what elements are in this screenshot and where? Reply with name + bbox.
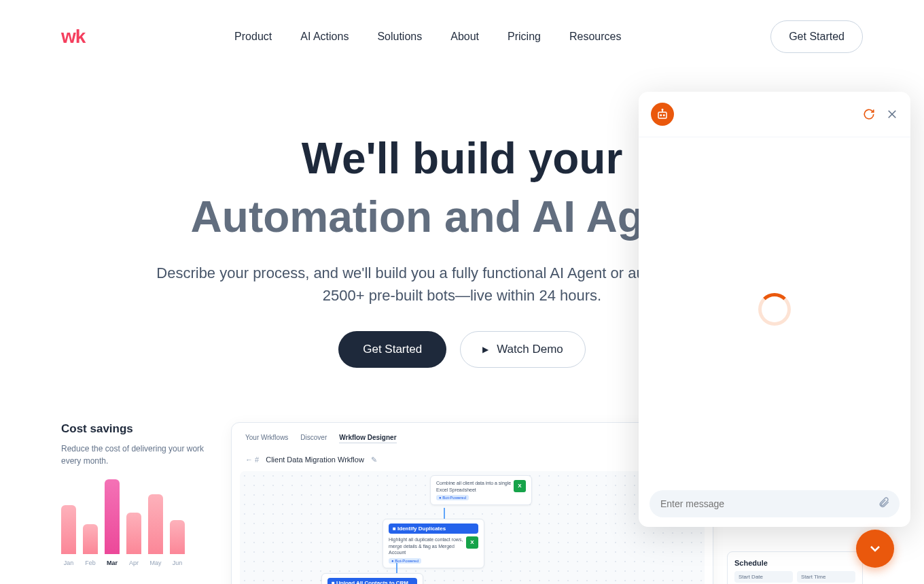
svg-rect-0 bbox=[658, 112, 667, 118]
workflow-node-duplicates[interactable]: ■ Identify Duplicates Highlight all dupl… bbox=[383, 519, 484, 568]
chat-message-input[interactable] bbox=[650, 490, 900, 517]
svg-point-1 bbox=[660, 115, 662, 116]
bar-may bbox=[148, 494, 163, 554]
workflow-breadcrumb[interactable]: ← # bbox=[245, 456, 259, 464]
site-header: wk Product AI Actions Solutions About Pr… bbox=[0, 0, 924, 73]
play-icon: ▶ bbox=[482, 345, 488, 354]
chat-input-row bbox=[639, 481, 910, 527]
workflow-canvas[interactable]: Combine all client data into a single Ex… bbox=[240, 471, 705, 584]
header-get-started-button[interactable]: Get Started bbox=[770, 20, 863, 53]
node-head-2: ■ Identify Duplicates bbox=[389, 523, 478, 534]
cost-bar-chart bbox=[61, 479, 217, 554]
bar-feb bbox=[83, 524, 98, 554]
chat-widget bbox=[639, 92, 910, 527]
workflow-title-row: ← # Client Data Migration Wrkflow ✎ bbox=[240, 453, 705, 471]
nav-product[interactable]: Product bbox=[234, 31, 272, 43]
cost-savings-card: Cost savings Reduce the cost of deliveri… bbox=[61, 422, 217, 584]
logo-text: wk bbox=[61, 26, 85, 48]
workflow-node-upload[interactable]: ■ Upload All Contacts to CRM Upload new … bbox=[321, 573, 423, 584]
month-jan: Jan bbox=[61, 560, 76, 566]
nav-resources[interactable]: Resources bbox=[569, 31, 621, 43]
node-head-3: ■ Upload All Contacts to CRM bbox=[327, 578, 417, 584]
schedule-title: Schedule bbox=[734, 559, 855, 567]
node-tag-1: ● Bot-Powered bbox=[436, 495, 469, 500]
chat-header bbox=[639, 92, 910, 137]
svg-point-2 bbox=[664, 115, 665, 116]
bar-mar bbox=[105, 479, 120, 554]
cost-savings-desc: Reduce the cost of delivering your work … bbox=[61, 443, 217, 467]
chat-body bbox=[639, 137, 910, 481]
loading-spinner-icon bbox=[758, 293, 791, 326]
month-feb: Feb bbox=[83, 560, 98, 566]
workflow-node-combine[interactable]: Combine all client data into a single Ex… bbox=[430, 475, 532, 506]
month-apr: Apr bbox=[126, 560, 141, 566]
node-tag-2: ● Bot-Powered bbox=[389, 558, 421, 564]
svg-point-4 bbox=[662, 109, 663, 111]
cost-savings-title: Cost savings bbox=[61, 422, 217, 436]
excel-icon-2: X bbox=[466, 536, 478, 549]
month-mar: Mar bbox=[105, 560, 120, 566]
node-body-1: Combine all client data into a single Ex… bbox=[436, 480, 514, 494]
start-time-label[interactable]: Start Time bbox=[797, 571, 855, 583]
start-date-label[interactable]: Start Date bbox=[734, 571, 793, 583]
tab-discover[interactable]: Discover bbox=[300, 434, 327, 443]
edit-icon[interactable]: ✎ bbox=[371, 456, 377, 464]
nav-pricing[interactable]: Pricing bbox=[508, 31, 541, 43]
refresh-icon[interactable] bbox=[863, 108, 875, 120]
bar-apr bbox=[126, 513, 141, 554]
bar-jun bbox=[170, 520, 185, 554]
hero-get-started-button[interactable]: Get Started bbox=[338, 331, 446, 368]
month-labels: Jan Feb Mar Apr May Jun bbox=[61, 560, 217, 566]
tab-your-wrkflows[interactable]: Your Wrkflows bbox=[245, 434, 288, 443]
logo[interactable]: wk bbox=[61, 26, 85, 48]
workflow-tabs: Your Wrkflows Discover Wrkflow Designer bbox=[240, 431, 705, 446]
month-may: May bbox=[148, 560, 163, 566]
nav-ai-actions[interactable]: AI Actions bbox=[300, 31, 349, 43]
tab-wrkflow-designer[interactable]: Wrkflow Designer bbox=[339, 434, 396, 443]
bar-jan bbox=[61, 505, 76, 554]
chat-toggle-button[interactable] bbox=[856, 530, 894, 568]
workflow-title: Client Data Migration Wrkflow bbox=[266, 456, 364, 464]
node-body-2: Highlight all duplicate contact rows, me… bbox=[389, 536, 466, 556]
close-icon[interactable] bbox=[886, 108, 898, 120]
schedule-panel: Schedule Start Date Start Time -- / -- /… bbox=[727, 551, 863, 584]
watch-demo-label: Watch Demo bbox=[497, 343, 563, 356]
watch-demo-button[interactable]: ▶ Watch Demo bbox=[460, 331, 586, 368]
nav-about[interactable]: About bbox=[450, 31, 479, 43]
attachment-icon[interactable] bbox=[878, 496, 890, 511]
month-jun: Jun bbox=[170, 560, 185, 566]
nav-solutions[interactable]: Solutions bbox=[377, 31, 422, 43]
excel-icon: X bbox=[514, 480, 526, 492]
primary-nav: Product AI Actions Solutions About Prici… bbox=[234, 31, 621, 43]
bot-avatar-icon bbox=[651, 103, 674, 126]
